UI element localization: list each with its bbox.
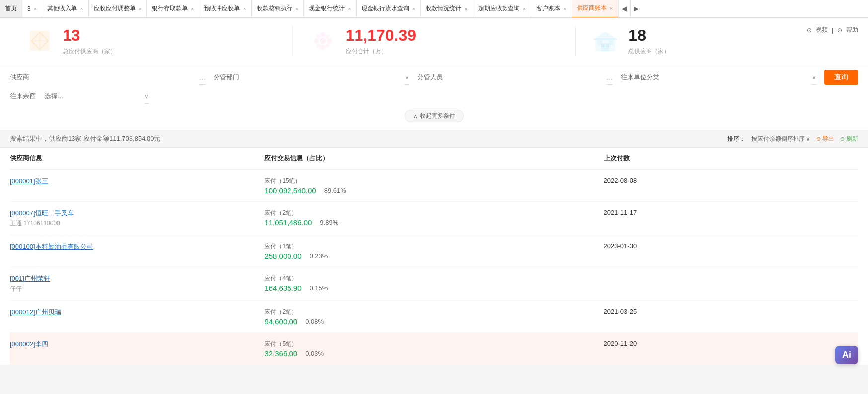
filter-supplier: 供应商 ...	[10, 70, 206, 85]
refresh-button[interactable]: ⊙ 刷新	[840, 135, 858, 143]
dept-input[interactable]	[246, 70, 405, 85]
stat-number-payable-suppliers: 13	[63, 26, 116, 45]
nav-tab-supplier-account[interactable]: 供应商账本 ×	[572, 0, 618, 18]
supplier-link-6[interactable]: [000002]李四	[10, 340, 48, 348]
txn-percent-2: 9.89%	[320, 219, 338, 226]
svg-point-8	[327, 38, 332, 43]
nav-tab-cash-bank-flow-close[interactable]: ×	[412, 6, 415, 12]
last-payment-6: 2020-11-20	[604, 340, 774, 347]
last-payment-date-1: 2022-08-08	[604, 177, 637, 184]
filter-person: 分管人员 ...	[417, 70, 613, 85]
nav-tab-customer-account-close[interactable]: ×	[563, 6, 566, 12]
filter-person-label: 分管人员	[417, 73, 447, 82]
category-input[interactable]	[662, 70, 812, 85]
nav-tab-overdue-query-label: 超期应收款查询	[478, 4, 520, 13]
txn-info-1: 应付（15笔） 100,092,540.00 89.61%	[264, 177, 603, 195]
supplier-info-2: [000007]恒旺二手叉车 王通 17106110000	[10, 209, 264, 228]
filter-row-2: 往来余额 ∨	[10, 89, 858, 104]
supplier-dots-icon[interactable]: ...	[199, 73, 206, 82]
stat-icon-store	[590, 26, 620, 56]
txn-label-3: 应付（1笔）	[264, 242, 603, 251]
person-input[interactable]	[450, 70, 606, 85]
nav-tab-3[interactable]: 3 ×	[22, 0, 42, 18]
nav-tab-collection-stats[interactable]: 收款情况统计 ×	[421, 0, 473, 18]
col-header-last-payment: 上次付数	[604, 154, 774, 163]
nav-tab-supplier-account-close[interactable]: ×	[610, 5, 613, 11]
txn-label-1: 应付（15笔）	[264, 177, 603, 185]
balance-dropdown-icon[interactable]: ∨	[145, 93, 149, 100]
stat-icon-flower	[308, 26, 338, 56]
sort-value: 按应付余额倒序排序	[751, 135, 805, 143]
nav-tab-customer-account[interactable]: 客户账本 ×	[531, 0, 572, 18]
filter-category-label: 往来单位分类	[621, 73, 659, 82]
category-dropdown-icon[interactable]: ∨	[812, 74, 816, 81]
stat-label-payable-suppliers: 总应付供应商（家）	[63, 47, 116, 56]
supplier-input[interactable]	[43, 70, 199, 85]
nav-tab-overdue-query[interactable]: 超期应收款查询 ×	[473, 0, 531, 18]
nav-tab-payable-adjust[interactable]: 应收应付调整单 ×	[89, 0, 147, 18]
results-right: 排序： 按应付余额倒序排序 ∨ ⊙ 导出 ⊙ 刷新	[727, 135, 858, 143]
ai-badge[interactable]: Ai	[835, 346, 858, 364]
table-row: [001]广州荣轩 仔仔 应付（4笔） 164,635.90 0.15%	[10, 267, 858, 301]
last-payment-2: 2021-11-17	[604, 209, 774, 216]
nav-tab-prepay-collection-close[interactable]: ×	[243, 6, 246, 12]
filter-category-input-wrapper: ∨	[662, 70, 816, 85]
sort-select[interactable]: 按应付余额倒序排序 ∨	[751, 135, 810, 143]
nav-tab-bank-deposit[interactable]: 银行存取款单 ×	[147, 0, 199, 18]
filter-category: 往来单位分类 ∨	[621, 70, 816, 85]
filter-dept-input-wrapper: ∨	[246, 70, 409, 85]
nav-tab-cash-bank-flow[interactable]: 现金银行流水查询 ×	[357, 0, 421, 18]
txn-info-4: 应付（4笔） 164,635.90 0.15%	[264, 274, 603, 292]
nav-arrow-left[interactable]: ◀	[618, 0, 630, 18]
nav-tab-supplier-account-label: 供应商账本	[577, 4, 607, 12]
nav-tab-other-income-close[interactable]: ×	[80, 6, 83, 12]
nav-tab-collection-stats-close[interactable]: ×	[464, 6, 467, 12]
top-right-links: ⊙ 视频 | ⊙ 帮助	[807, 26, 858, 34]
nav-tab-home[interactable]: 首页	[0, 0, 22, 18]
last-payment-date-3: 2023-01-30	[604, 242, 637, 250]
supplier-info-4: [001]广州荣轩 仔仔	[10, 274, 264, 293]
svg-point-12	[325, 34, 329, 38]
help-link[interactable]: 帮助	[846, 26, 858, 34]
supplier-info-5: [000012]广州贝瑞	[10, 308, 264, 317]
svg-point-9	[316, 34, 320, 38]
nav-tab-collection-stats-label: 收款情况统计	[426, 4, 461, 13]
nav-tab-3-close[interactable]: ×	[34, 6, 37, 12]
nav-tab-overdue-query-close[interactable]: ×	[523, 6, 526, 12]
video-link[interactable]: 视频	[816, 26, 828, 34]
supplier-link-1[interactable]: [000001]张三	[10, 177, 48, 185]
nav-tab-other-income[interactable]: 其他收入单 ×	[42, 0, 88, 18]
refresh-circle-icon: ⊙	[840, 136, 845, 142]
txn-info-2: 应付（2笔） 11,051,486.00 9.89%	[264, 209, 603, 227]
nav-arrow-right[interactable]: ▶	[630, 0, 642, 18]
nav-tab-collection-exec-close[interactable]: ×	[295, 6, 298, 12]
nav-tab-prepay-collection[interactable]: 预收冲应收单 ×	[199, 0, 251, 18]
nav-tab-cash-bank-stats[interactable]: 现金银行统计 ×	[304, 0, 356, 18]
txn-info-5: 应付（2笔） 94,600.00 0.08%	[264, 308, 603, 326]
nav-tab-payable-adjust-close[interactable]: ×	[139, 6, 142, 12]
txn-amount-3: 258,000.00	[264, 252, 301, 260]
svg-point-5	[320, 32, 325, 37]
results-summary: 搜索结果中，供应商13家 应付金额111,703,854.00元	[10, 134, 160, 143]
nav-tab-collection-exec[interactable]: 收款核销执行 ×	[252, 0, 304, 18]
filter-balance: 往来余额 ∨	[10, 89, 149, 104]
txn-label-2: 应付（2笔）	[264, 209, 603, 217]
nav-tab-cash-bank-flow-label: 现金银行流水查询	[362, 4, 409, 13]
circle-icon: ⊙	[807, 27, 812, 34]
last-payment-3: 2023-01-30	[604, 242, 774, 250]
nav-tab-prepay-collection-label: 预收冲应收单	[204, 4, 240, 13]
nav-tab-cash-bank-stats-close[interactable]: ×	[348, 6, 351, 12]
query-button[interactable]: 查询	[824, 70, 858, 85]
supplier-link-5[interactable]: [000012]广州贝瑞	[10, 308, 61, 316]
person-dots-icon[interactable]: ...	[606, 73, 613, 82]
supplier-sub-4: 仔仔	[10, 285, 264, 293]
supplier-link-2[interactable]: [000007]恒旺二手叉车	[10, 209, 74, 217]
collapse-button[interactable]: ∧ 收起更多条件	[405, 110, 464, 122]
export-button[interactable]: ⊙ 导出	[816, 135, 834, 143]
nav-tab-bank-deposit-close[interactable]: ×	[191, 6, 194, 12]
supplier-link-3[interactable]: [000100]本特勤油品有限公司	[10, 243, 93, 250]
dept-dropdown-icon[interactable]: ∨	[405, 74, 409, 81]
supplier-link-4[interactable]: [001]广州荣轩	[10, 275, 50, 282]
balance-input[interactable]	[43, 89, 145, 104]
svg-point-4	[320, 38, 326, 44]
